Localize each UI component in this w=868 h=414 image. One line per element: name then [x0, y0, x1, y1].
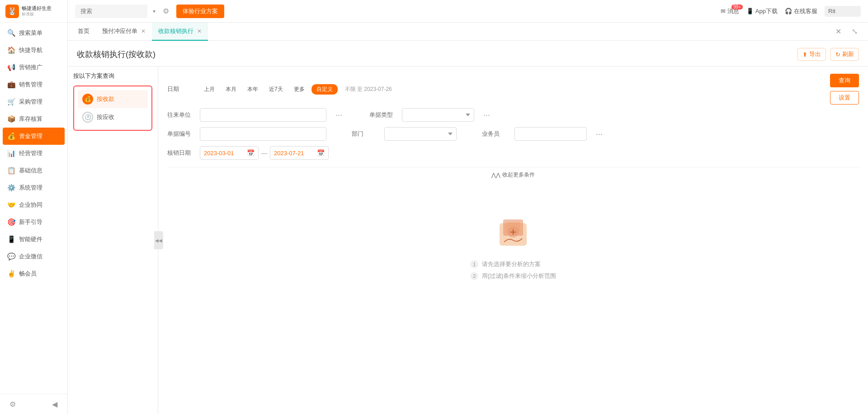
collapse-up-icon: ⋀⋀	[491, 172, 500, 178]
quick-nav-icon: 🏠	[7, 46, 15, 54]
tip-num-2: 2	[470, 272, 478, 280]
verify-date-start-calendar-icon[interactable]: 📅	[247, 149, 255, 157]
collapse-more-conditions[interactable]: ⋀⋀ 收起更多条件	[167, 167, 859, 182]
sidebar-item-system[interactable]: ⚙️ 系统管理	[0, 179, 67, 196]
settings-bottom-icon[interactable]: ⚙	[7, 399, 18, 409]
verify-date-end-calendar-icon[interactable]: 📅	[317, 149, 325, 157]
tab-prepay-close[interactable]: ✕	[141, 28, 146, 34]
tab-prepay[interactable]: 预付冲应付单 ✕	[96, 23, 152, 41]
tip-text-2: 用[过滤]条件来缩小分析范围	[482, 272, 556, 280]
sidebar-item-label: 销售管理	[19, 81, 42, 89]
doc-type-label: 单据类型	[369, 111, 395, 119]
tab-close-all-button[interactable]: ✕	[832, 25, 844, 38]
staff-label: 业务员	[482, 130, 507, 138]
tip-text-1: 请先选择要分析的方案	[482, 260, 541, 268]
date-separator: —	[261, 150, 267, 157]
topbar-gear-icon[interactable]: ⚙	[163, 7, 169, 15]
empty-tip-1: 1 请先选择要分析的方案	[470, 260, 556, 268]
staff-more-icon[interactable]: ···	[594, 129, 604, 139]
page-title-row: 收款核销执行(按收款) ⬆ 导出 ↻ 刷新	[77, 48, 859, 61]
industry-solution-button[interactable]: 体验行业方案	[176, 5, 224, 18]
message-button[interactable]: ✉ 消息 99+	[721, 7, 739, 15]
service-icon: 🎧	[785, 8, 792, 14]
filter-by-receivable[interactable]: 🕐 按应收	[78, 108, 148, 126]
receipt-icon: 💰	[82, 94, 93, 105]
logo-text: 畅捷通好生意	[22, 5, 52, 11]
online-service-button[interactable]: 🎧 在线客服	[785, 7, 817, 15]
query-button[interactable]: 查询	[830, 74, 859, 87]
sidebar-item-inventory[interactable]: 📦 库存核算	[0, 110, 67, 128]
tab-collection-close[interactable]: ✕	[197, 28, 202, 34]
sidebar-item-hardware[interactable]: 📱 智能硬件	[0, 231, 67, 248]
last-7-days-button[interactable]: 近7天	[265, 84, 287, 95]
search-menu-icon: 🔍	[7, 29, 15, 37]
tab-collection[interactable]: 收款核销执行 ✕	[152, 23, 208, 41]
tab-collection-label: 收款核销执行	[158, 27, 193, 35]
logo: 🐰 畅捷通好生意 标准版	[0, 0, 67, 23]
sidebar-item-search-menu[interactable]: 🔍 搜索菜单	[0, 24, 67, 42]
sidebar-item-enterprise[interactable]: 🤝 企业协同	[0, 196, 67, 214]
doc-type-more-icon[interactable]: ···	[481, 110, 492, 120]
sidebar-item-sales[interactable]: 💼 销售管理	[0, 76, 67, 93]
collapse-sidebar-icon[interactable]: ◀	[49, 399, 60, 409]
app-icon: 📱	[746, 8, 754, 14]
finance-icon: 💰	[7, 132, 15, 140]
sidebar-item-purchase[interactable]: 🛒 采购管理	[0, 93, 67, 110]
staff-input[interactable]	[514, 127, 587, 141]
custom-date-button[interactable]: 自定义	[311, 84, 338, 95]
main-area: ▾ ⚙ 体验行业方案 ✉ 消息 99+ 📱 App下载 🎧 在线客服 Rit	[68, 0, 868, 414]
this-month-button[interactable]: 本月	[222, 84, 241, 95]
collapse-more-label: 收起更多条件	[502, 171, 535, 179]
topbar-caret-icon[interactable]: ▾	[153, 8, 156, 14]
topbar-search-input[interactable]	[75, 5, 147, 18]
export-button[interactable]: ⬆ 导出	[797, 48, 826, 61]
more-dates-button[interactable]: 更多	[290, 84, 309, 95]
topbar-right: ✉ 消息 99+ 📱 App下载 🎧 在线客服 Rit	[721, 6, 861, 17]
sidebar-item-label: 库存核算	[19, 115, 42, 123]
doc-no-input[interactable]	[200, 127, 326, 141]
counterparty-more-icon[interactable]: ···	[334, 110, 344, 120]
verify-date-end-text: 2023-07-21	[274, 150, 304, 157]
sidebar-item-label: 系统管理	[19, 184, 42, 192]
user-avatar[interactable]: Rit	[825, 6, 861, 17]
doc-type-select[interactable]	[402, 108, 474, 122]
content-body: 按以下方案查询 💰 按收款 🕐 按应收 ◀◀	[68, 67, 868, 414]
filter-row-3: 核销日期 2023-03-01 📅 — 2023-07-21 📅	[167, 146, 859, 160]
sidebar-item-label: 快捷导航	[19, 46, 42, 54]
logo-icon: 🐰	[5, 5, 19, 18]
sidebar-item-marketing[interactable]: 📢 营销推广	[0, 59, 67, 76]
refresh-button[interactable]: ↻ 刷新	[830, 48, 859, 61]
left-filter-panel: 按以下方案查询 💰 按收款 🕐 按应收 ◀◀	[68, 67, 158, 414]
tab-expand-button[interactable]: ⤡	[848, 25, 861, 38]
date-label: 日期	[167, 85, 193, 93]
sidebar-item-quick-nav[interactable]: 🏠 快捷导航	[0, 42, 67, 59]
sidebar-item-label: 采购管理	[19, 98, 42, 106]
filter-receipt-label: 按收款	[97, 95, 114, 103]
export-label: 导出	[809, 50, 821, 58]
sidebar-item-finance[interactable]: 💰 资金管理	[3, 128, 65, 145]
sidebar-item-label: 搜索菜单	[19, 29, 42, 37]
marketing-icon: 📢	[7, 63, 15, 71]
dept-select[interactable]	[384, 127, 457, 141]
tab-home[interactable]: 首页	[71, 23, 96, 41]
last-month-button[interactable]: 上月	[200, 84, 219, 95]
settings-button[interactable]: 设置	[830, 91, 859, 105]
purchase-icon: 🛒	[7, 98, 15, 106]
this-year-button[interactable]: 本年	[243, 84, 262, 95]
sidebar-nav: 🔍 搜索菜单 🏠 快捷导航 📢 营销推广 💼 销售管理 🛒 采购管理 📦 库存核…	[0, 23, 67, 394]
filter-row-1: 日期 上月 本月 本年 近7天 更多 自定义 不限 至 2023-07-26 查…	[167, 74, 859, 105]
counterparty-input[interactable]	[200, 108, 326, 122]
sidebar-item-operations[interactable]: 📊 经营管理	[0, 145, 67, 162]
filter-by-receipt[interactable]: 💰 按收款	[78, 90, 148, 108]
collapse-left-panel-button[interactable]: ◀◀	[154, 231, 163, 249]
sidebar-item-wechat[interactable]: 💬 企业微信	[0, 248, 67, 265]
filter-row-2: 单据编号 部门 业务员 ···	[167, 127, 859, 141]
right-panel: 日期 上月 本月 本年 近7天 更多 自定义 不限 至 2023-07-26 查…	[158, 67, 868, 414]
sidebar-item-member[interactable]: ✌️ 畅会员	[0, 265, 67, 282]
sidebar-item-guide[interactable]: 🎯 新手引导	[0, 214, 67, 231]
verify-date-end-field[interactable]: 2023-07-21 📅	[270, 146, 329, 160]
sidebar-item-basic-info[interactable]: 📋 基础信息	[0, 162, 67, 179]
app-download-button[interactable]: 📱 App下载	[746, 7, 778, 15]
verify-date-start-field[interactable]: 2023-03-01 📅	[200, 146, 259, 160]
sidebar-item-label: 企业协同	[19, 201, 42, 209]
